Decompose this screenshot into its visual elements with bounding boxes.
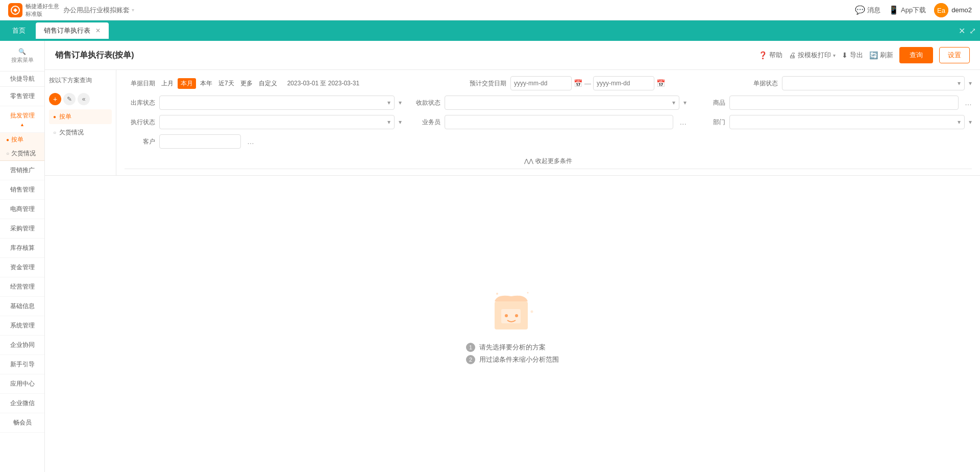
date-calendar-end-icon[interactable]: 📅: [656, 79, 665, 87]
edit-icon: ✎: [67, 96, 72, 103]
empty-tip-2: 2 用过滤条件来缩小分析范围: [466, 355, 559, 364]
app-download-button[interactable]: 📱 App下载: [889, 5, 926, 15]
svg-point-5: [496, 293, 498, 295]
submenu-item-orders[interactable]: ● 按单: [0, 133, 44, 147]
expected-date-label: 预计交货日期: [470, 79, 506, 88]
tab-sales-order[interactable]: 销售订单执行表 ✕: [36, 22, 109, 39]
order-icon: ●: [6, 137, 9, 143]
sidebar-item-retail[interactable]: 零售管理: [0, 87, 44, 106]
sidebar-item-member[interactable]: 畅会员: [0, 413, 44, 433]
tab-home[interactable]: 首页: [4, 22, 34, 39]
message-button[interactable]: 💬 消息: [855, 5, 880, 15]
execution-label: 执行状态: [125, 118, 155, 127]
receipt-select[interactable]: 全部 未收款 部分收款 已收款: [445, 96, 680, 110]
query-button[interactable]: 查询: [899, 47, 933, 63]
sidebar-item-marketing[interactable]: 营销推广: [0, 161, 44, 180]
collapse-more-button[interactable]: ⋀⋀ 收起更多条件: [125, 154, 972, 169]
expected-date-end-input[interactable]: [593, 76, 654, 90]
empty-tip-1: 1 请先选择要分析的方案: [466, 343, 559, 352]
product-input[interactable]: [729, 96, 959, 110]
outbound-select[interactable]: 全部 未出库 部分出库 已出库: [159, 96, 395, 110]
date-presets: 上月 本月 本年 近7天 更多 自定义: [159, 78, 279, 89]
export-icon: ⬇: [842, 51, 848, 59]
date-range-display: 2023-03-01 至 2023-03-31: [287, 79, 359, 88]
help-icon: ❓: [758, 51, 767, 59]
scheme-item-debt[interactable]: ○ 欠货情况: [49, 125, 112, 140]
edit-scheme-button[interactable]: ✎: [63, 93, 76, 105]
expected-date-group: 预计交货日期 📅 — 📅: [470, 76, 739, 90]
user-menu[interactable]: demo2: [934, 3, 972, 17]
status-label: 单据状态: [747, 79, 778, 88]
svg-point-7: [531, 311, 533, 313]
date-preset-this-month[interactable]: 本月: [178, 78, 196, 89]
search-icon: 🔍: [18, 48, 26, 55]
date-preset-7days[interactable]: 近7天: [216, 78, 236, 89]
collapse-up-icon: ⋀⋀: [524, 158, 533, 164]
collapse-scheme-button[interactable]: «: [78, 93, 90, 105]
status-select[interactable]: 全部 待审核 已审核 已完成: [782, 76, 965, 90]
product-more-icon[interactable]: …: [965, 99, 972, 107]
svg-point-6: [527, 292, 529, 294]
export-button[interactable]: ⬇ 导出: [842, 51, 863, 60]
page-actions: ❓ 帮助 🖨 按模板打印 ▾ ⬇ 导出 🔄 刷新 查询 设置: [758, 47, 970, 63]
maximize-window-button[interactable]: ⤢: [969, 26, 976, 36]
filter-scheme-title: 按以下方案查询: [49, 76, 92, 85]
product-filter-group: 商品 …: [695, 96, 972, 110]
filter-row-2: 出库状态 全部 未出库 部分出库 已出库 ▾: [125, 96, 972, 110]
sidebar-item-ecommerce[interactable]: 电商管理: [0, 200, 44, 219]
execution-chevron-icon: ▾: [399, 119, 402, 126]
sidebar-item-inventory[interactable]: 库存核算: [0, 239, 44, 258]
sidebar-item-finance[interactable]: 资金管理: [0, 258, 44, 277]
sidebar-item-weixin[interactable]: 企业微信: [0, 394, 44, 413]
close-window-button[interactable]: ✕: [959, 26, 965, 36]
svg-point-3: [505, 314, 508, 317]
receipt-chevron-icon: ▾: [683, 99, 687, 106]
empty-svg: [487, 284, 538, 335]
search-menu-button[interactable]: 🔍 搜索菜单: [4, 46, 40, 66]
scheme-item-orders[interactable]: ● 按单: [49, 109, 112, 124]
sidebar-item-enterprise[interactable]: 企业协同: [0, 336, 44, 355]
filter-form: 单据日期 上月 本月 本年 近7天 更多 自定义 2023-03-01 至 20…: [116, 70, 980, 175]
sidebar-item-purchase[interactable]: 采购管理: [0, 219, 44, 239]
print-button[interactable]: 🖨 按模板打印 ▾: [789, 51, 836, 60]
date-preset-this-year[interactable]: 本年: [198, 78, 214, 89]
tab-close-icon[interactable]: ✕: [95, 27, 101, 34]
expected-date-start-input[interactable]: [510, 76, 572, 90]
refresh-button[interactable]: 🔄 刷新: [869, 51, 893, 60]
settings-button[interactable]: 设置: [939, 47, 970, 63]
sidebar-item-wholesale[interactable]: 批发管理 ▲: [0, 106, 44, 133]
filter-row-4: 客户 …: [125, 134, 972, 149]
main-layout: 🔍 搜索菜单 快捷导航 零售管理 批发管理 ▲ ● 按单 ○ 欠货情况 营销推广: [0, 41, 980, 472]
customer-input[interactable]: [159, 134, 241, 149]
status-select-wrap: 全部 待审核 已审核 已完成: [782, 76, 965, 90]
date-preset-custom[interactable]: 自定义: [257, 78, 279, 89]
page-header: 销售订单执行表(按单) ❓ 帮助 🖨 按模板打印 ▾ ⬇ 导出 🔄 刷新: [45, 41, 980, 70]
add-scheme-button[interactable]: +: [49, 93, 61, 105]
sidebar-item-newbie[interactable]: 新手引导: [0, 355, 44, 374]
outbound-label: 出库状态: [125, 99, 155, 107]
print-icon: 🖨: [789, 51, 796, 59]
status-chevron-icon: ▾: [969, 80, 972, 87]
empty-illustration: [487, 284, 538, 335]
date-preset-more[interactable]: 更多: [238, 78, 255, 89]
department-select[interactable]: [729, 115, 965, 129]
page-title: 销售订单执行表(按单): [55, 50, 134, 61]
salesperson-more-icon[interactable]: …: [679, 118, 687, 126]
help-button[interactable]: ❓ 帮助: [758, 51, 782, 60]
breadcrumb[interactable]: 办公用品行业模拟账套 ▾: [63, 6, 134, 15]
quick-nav-button[interactable]: 快捷导航: [0, 72, 44, 87]
date-preset-last-month[interactable]: 上月: [159, 78, 176, 89]
sidebar-item-business[interactable]: 经营管理: [0, 277, 44, 297]
sidebar-item-basic[interactable]: 基础信息: [0, 297, 44, 316]
scheme-active-icon: ●: [53, 114, 56, 120]
sidebar-item-system[interactable]: 系统管理: [0, 316, 44, 336]
filter-row-1: 单据日期 上月 本月 本年 近7天 更多 自定义 2023-03-01 至 20…: [125, 76, 972, 90]
salesperson-input[interactable]: [445, 115, 674, 129]
sidebar-item-sales[interactable]: 销售管理: [0, 180, 44, 200]
date-calendar-start-icon[interactable]: 📅: [574, 79, 582, 87]
date-label: 单据日期: [125, 79, 155, 88]
sidebar-item-appstore[interactable]: 应用中心: [0, 374, 44, 394]
customer-more-icon[interactable]: …: [247, 137, 254, 146]
execution-select[interactable]: 全部 执行中 已完成: [159, 115, 395, 129]
submenu-item-debt[interactable]: ○ 欠货情况: [0, 147, 44, 160]
